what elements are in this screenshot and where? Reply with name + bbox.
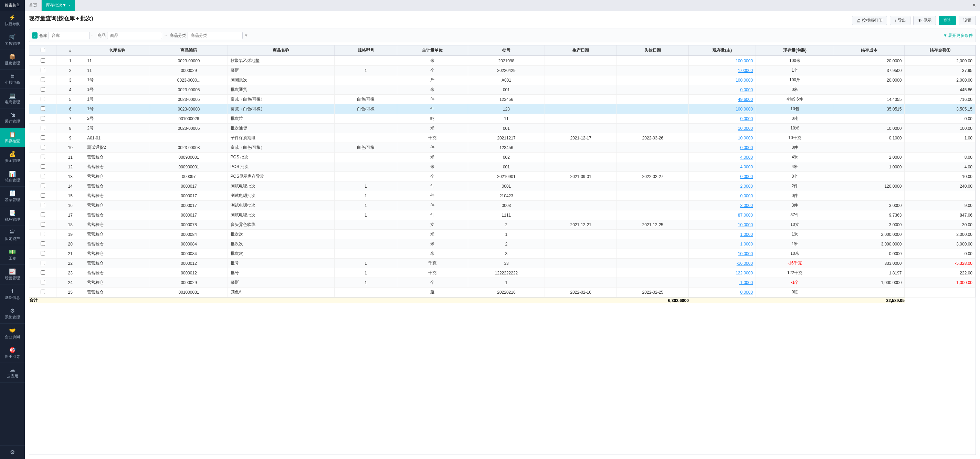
row-qty-main[interactable]: 0.0000 [689,85,756,95]
query-button[interactable]: 查询 [939,16,956,25]
row-qty-main[interactable]: 10.0000 [689,124,756,133]
row-checkbox[interactable] [29,85,56,95]
row-qty-main[interactable]: 100.0000 [689,75,756,85]
row-checkbox[interactable] [29,220,56,230]
row-qty-main[interactable]: 10.0000 [689,220,756,230]
row-qty-main[interactable]: -16.0000 [689,258,756,268]
sidebar-item-small-ecom[interactable]: 🖥 小额电商 [0,70,25,89]
row-no: 10 [56,143,84,153]
row-checkbox[interactable] [29,124,56,133]
row-checkbox[interactable] [29,66,56,75]
page-title: 现存量查询(按仓库＋批次) [29,15,93,22]
row-warehouse: 1号 [84,104,150,114]
row-checkbox[interactable] [29,104,56,114]
row-checkbox[interactable] [29,268,56,278]
export-button[interactable]: ↑ 导出 [890,16,910,25]
row-qty-main[interactable]: 3.0000 [689,201,756,210]
row-code: 0000017 [150,201,228,210]
row-spec: 1 [334,210,397,220]
sidebar-item-collab[interactable]: 🤝 企业协同 [0,324,25,343]
sidebar-item-invoice[interactable]: 🧾 发票管理 [0,186,25,206]
row-checkbox[interactable] [29,95,56,104]
row-checkbox[interactable] [29,133,56,143]
sidebar-item-ledger[interactable]: 📊 总账管理 [0,167,25,186]
row-qty-main[interactable]: 1.0000 [689,230,756,239]
sidebar-item-fixed-assets[interactable]: 🏛 固定资产 [0,226,25,245]
warehouse-input[interactable] [49,32,90,39]
toggle-button[interactable]: 👁 显示 [913,16,936,25]
row-qty-main[interactable]: 1.0000 [689,239,756,249]
row-batch: 123456 [468,95,544,104]
sidebar-item-retail[interactable]: 🛒 零售管理 [0,30,25,50]
sidebar-item-biz-mgmt[interactable]: 📈 经营管理 [0,265,25,284]
sidebar-item-ecom[interactable]: 💻 电商管理 [0,89,25,108]
window-close-button[interactable]: × [972,2,980,9]
row-checkbox[interactable] [29,258,56,268]
sidebar-logo[interactable]: 搜索菜单 [0,0,25,11]
row-spec [334,133,397,143]
row-qty-main[interactable]: 0.0000 [689,287,756,298]
row-checkbox[interactable] [29,114,56,124]
row-checkbox[interactable] [29,75,56,85]
row-qty-main[interactable]: 49.6000 [689,95,756,104]
sidebar-item-guide[interactable]: 🎯 新手引导 [0,343,25,363]
col-checkbox[interactable] [29,45,56,56]
row-qty-pkg: 122千克 [756,268,834,278]
row-qty-main[interactable]: 122.0000 [689,268,756,278]
sidebar-item-salary[interactable]: 💵 工资 [0,245,25,265]
sidebar-item-inventory[interactable]: 📋 库存核查 [0,128,25,147]
row-unit: 米 [397,162,468,172]
row-qty-main[interactable]: 0.0000 [689,143,756,153]
sidebar-item-purchase[interactable]: 🛍 采购管理 [0,108,25,128]
row-checkbox[interactable] [29,210,56,220]
row-checkbox[interactable] [29,230,56,239]
row-qty-main[interactable]: 10.0000 [689,249,756,258]
print-button[interactable]: 🖨 按模板打印 [852,16,887,25]
row-checkbox[interactable] [29,143,56,153]
row-qty-main[interactable]: 0.0000 [689,114,756,124]
row-checkbox[interactable] [29,162,56,172]
tab-close-icon[interactable]: × [68,3,70,7]
row-checkbox[interactable] [29,201,56,210]
tab-inventory-batch[interactable]: 库存批次▼ × [41,0,75,11]
tab-home[interactable]: 首页 [25,0,41,11]
expand-conditions-button[interactable]: ▼ 展开更多条件 [943,33,973,38]
row-cost: 3.0000 [834,220,905,230]
product-input[interactable] [107,32,162,39]
category-dropdown-icon[interactable]: ▼ [244,33,248,38]
sidebar-item-wholesale[interactable]: 📦 批发管理 [0,50,25,70]
settings-button[interactable]: 设置 [959,16,976,25]
row-checkbox[interactable] [29,239,56,249]
row-checkbox[interactable] [29,278,56,287]
expand-arrow-button[interactable]: › [32,32,38,38]
row-qty-main[interactable]: 0.0000 [689,172,756,182]
sidebar-settings[interactable]: ⚙ [0,445,25,459]
row-qty-main[interactable]: -1.0000 [689,278,756,287]
row-checkbox[interactable] [29,153,56,162]
row-code: 0000012 [150,268,228,278]
row-unit: 千克 [397,258,468,268]
row-checkbox[interactable] [29,249,56,258]
row-qty-main[interactable]: 2.0000 [689,182,756,191]
row-checkbox[interactable] [29,56,56,66]
row-qty-main[interactable]: 10.0000 [689,133,756,143]
category-input[interactable] [188,32,243,39]
sidebar-item-sys-mgmt[interactable]: ⚙ 系统管理 [0,304,25,324]
row-qty-main[interactable]: 4.0000 [689,153,756,162]
sidebar-item-finance[interactable]: 💰 资金管理 [0,147,25,167]
sidebar-item-quick-nav[interactable]: ⚡ 快捷导航 [0,11,25,30]
row-qty-main[interactable]: 100.0000 [689,104,756,114]
row-checkbox[interactable] [29,287,56,298]
row-qty-main[interactable]: 4.0000 [689,162,756,172]
row-qty-main[interactable]: 100.0000 [689,56,756,66]
sidebar-item-tax[interactable]: 📑 税务管理 [0,206,25,226]
select-all-checkbox[interactable] [41,48,45,53]
row-checkbox[interactable] [29,191,56,201]
sidebar-item-cloud[interactable]: ☁ 云应用 [0,363,25,382]
row-checkbox[interactable] [29,172,56,182]
sidebar-item-basic-info[interactable]: ℹ 基础信息 [0,284,25,304]
row-qty-main[interactable]: 0.0000 [689,191,756,201]
row-qty-main[interactable]: 1.00000 [689,66,756,75]
row-checkbox[interactable] [29,182,56,191]
row-qty-main[interactable]: 87.0000 [689,210,756,220]
